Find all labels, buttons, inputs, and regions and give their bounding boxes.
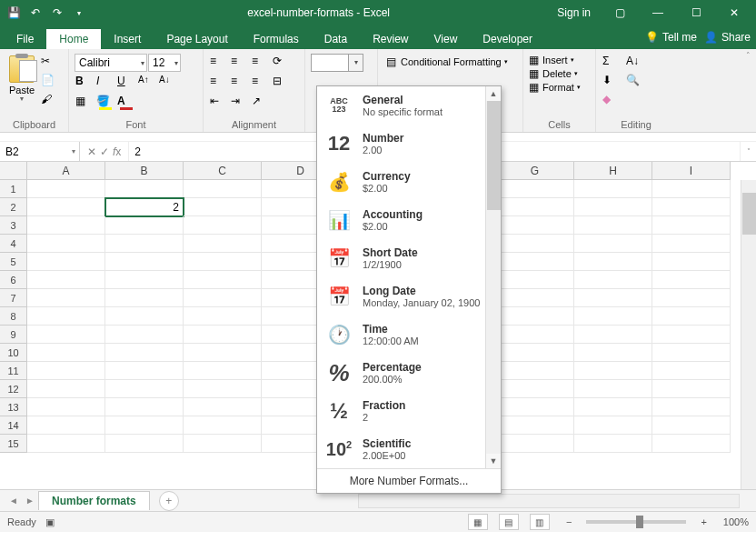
cell[interactable]	[27, 271, 105, 289]
cell[interactable]	[574, 271, 652, 289]
cell[interactable]	[184, 398, 262, 416]
borders-icon[interactable]: ▦	[75, 94, 94, 112]
find-select-icon[interactable]: 🔍	[625, 73, 645, 91]
cell[interactable]	[27, 435, 105, 453]
cell[interactable]	[184, 253, 262, 271]
cell[interactable]	[27, 253, 105, 271]
row-header[interactable]: 12	[0, 380, 27, 398]
orientation-more-icon[interactable]: ↗	[251, 94, 271, 112]
column-header[interactable]: B	[105, 162, 184, 180]
cell[interactable]	[652, 198, 731, 216]
zoom-out-button[interactable]: −	[566, 516, 572, 527]
zoom-slider-thumb[interactable]	[636, 516, 643, 528]
cell[interactable]	[184, 380, 262, 398]
cell[interactable]	[105, 344, 184, 362]
macro-recorder-icon[interactable]: ▣	[45, 516, 55, 528]
row-header[interactable]: 8	[0, 307, 27, 326]
cell[interactable]	[105, 398, 184, 416]
tab-data[interactable]: Data	[312, 29, 360, 49]
tab-developer[interactable]: Developer	[470, 29, 545, 49]
insert-cells-button[interactable]: ▦Insert▾	[529, 54, 590, 66]
row-header[interactable]: 1	[0, 180, 27, 198]
new-sheet-button[interactable]: +	[159, 491, 179, 511]
cell[interactable]	[27, 416, 105, 435]
cell[interactable]	[574, 380, 652, 398]
select-all-corner[interactable]	[0, 162, 27, 180]
cell[interactable]	[105, 289, 184, 307]
cell[interactable]	[574, 362, 652, 380]
cell[interactable]	[496, 271, 574, 289]
row-header[interactable]: 13	[0, 398, 27, 416]
undo-icon[interactable]: ↶	[25, 3, 45, 23]
cell[interactable]	[105, 416, 184, 435]
cell[interactable]	[652, 235, 731, 253]
tab-review[interactable]: Review	[360, 29, 421, 49]
sheet-nav-prev-icon[interactable]: ◄	[5, 496, 22, 506]
underline-button[interactable]: U	[116, 74, 136, 92]
zoom-in-button[interactable]: +	[701, 516, 706, 527]
cell[interactable]	[574, 344, 652, 362]
cell[interactable]	[496, 398, 574, 416]
number-format-option[interactable]: 🕐Time12:00:00 AM	[317, 316, 501, 354]
align-right-icon[interactable]: ≡	[251, 74, 271, 92]
cut-icon[interactable]: ✂	[40, 54, 60, 72]
zoom-slider[interactable]	[586, 520, 686, 524]
number-format-option[interactable]: 📅Long DateMonday, January 02, 1900	[317, 277, 501, 316]
number-format-dropdown-icon[interactable]: ▾	[348, 55, 363, 71]
cell[interactable]	[496, 380, 574, 398]
page-layout-view-icon[interactable]: ▤	[499, 514, 519, 530]
tell-me[interactable]: 💡 Tell me	[645, 31, 697, 44]
align-middle-icon[interactable]: ≡	[230, 54, 250, 72]
vertical-scrollbar[interactable]	[741, 180, 756, 489]
cell[interactable]	[184, 362, 262, 380]
row-header[interactable]: 3	[0, 216, 27, 235]
cancel-formula-icon[interactable]: ✕	[87, 145, 96, 158]
italic-button[interactable]: I	[95, 74, 115, 92]
cell[interactable]	[27, 326, 105, 344]
conditional-formatting-button[interactable]: ▤ Conditional Formatting ▾	[383, 54, 517, 70]
cell[interactable]	[574, 180, 652, 198]
qat-customize-icon[interactable]: ▾	[69, 3, 89, 23]
cell[interactable]	[496, 416, 574, 435]
row-header[interactable]: 5	[0, 253, 27, 271]
cell[interactable]	[184, 198, 262, 216]
cell[interactable]	[27, 380, 105, 398]
autosum-icon[interactable]: Σ	[602, 54, 622, 72]
column-header[interactable]: G	[496, 162, 574, 180]
cell[interactable]	[574, 198, 652, 216]
format-cells-button[interactable]: ▦Format▾	[529, 81, 590, 94]
cell[interactable]	[184, 344, 262, 362]
copy-icon[interactable]: 📄	[40, 73, 60, 91]
enter-formula-icon[interactable]: ✓	[100, 145, 109, 158]
increase-font-icon[interactable]: A↑	[137, 74, 157, 92]
cell[interactable]	[652, 253, 731, 271]
increase-indent-icon[interactable]: ⇥	[230, 94, 250, 112]
cell[interactable]	[574, 253, 652, 271]
cell[interactable]	[652, 307, 731, 326]
align-left-icon[interactable]: ≡	[209, 74, 229, 92]
cell[interactable]	[496, 344, 574, 362]
number-format-option[interactable]: ½Fraction2	[317, 392, 501, 430]
font-size-combo[interactable]: 12▾	[148, 54, 181, 72]
share-button[interactable]: 👤 Share	[704, 31, 751, 44]
tab-insert[interactable]: Insert	[101, 29, 154, 49]
cell[interactable]	[105, 362, 184, 380]
number-format-option[interactable]: 📅Short Date1/2/1900	[317, 239, 501, 277]
orientation-icon[interactable]: ⟳	[272, 54, 292, 72]
zoom-percent[interactable]: 100%	[723, 516, 749, 527]
save-icon[interactable]: 💾	[4, 3, 24, 23]
cell[interactable]	[105, 380, 184, 398]
cell[interactable]	[574, 235, 652, 253]
tab-file[interactable]: File	[4, 29, 46, 49]
cell[interactable]	[184, 326, 262, 344]
minimize-icon[interactable]: —	[640, 0, 676, 25]
redo-icon[interactable]: ↷	[47, 3, 67, 23]
cell[interactable]	[184, 289, 262, 307]
cell[interactable]	[27, 307, 105, 326]
sheet-tab-active[interactable]: Number formats	[38, 491, 150, 510]
decrease-indent-icon[interactable]: ⇤	[209, 94, 229, 112]
column-header[interactable]: I	[652, 162, 731, 180]
cell[interactable]	[105, 253, 184, 271]
cell[interactable]	[184, 180, 262, 198]
collapse-ribbon-icon[interactable]: ˄	[741, 51, 754, 60]
